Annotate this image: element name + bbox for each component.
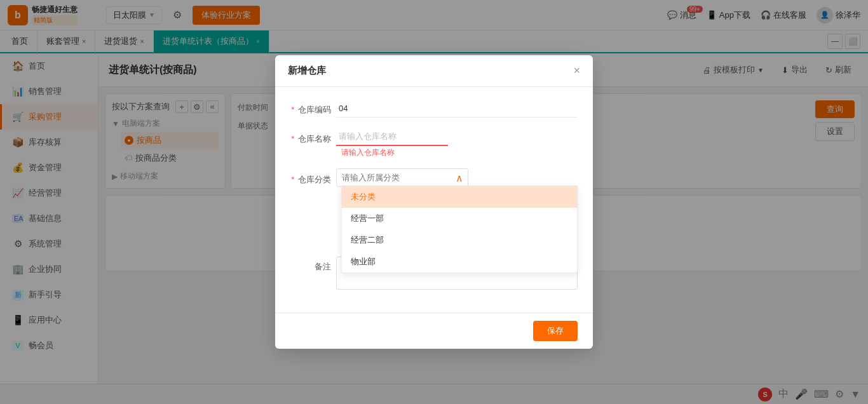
dropdown-item-property[interactable]: 物业部 [342, 251, 577, 273]
category-label: * 仓库分类 [290, 170, 336, 185]
modal-header: 新增仓库 × [275, 55, 593, 87]
code-input[interactable] [336, 100, 578, 118]
note-label-text: 备注 [315, 262, 331, 271]
modal-close-button[interactable]: × [573, 64, 580, 77]
category-field-wrap: * 仓库分类 ∧ [290, 168, 468, 187]
modal-footer: 保存 [275, 313, 593, 349]
required-star-name: * [291, 134, 294, 144]
dropdown-item-dept1[interactable]: 经营一部 [342, 208, 577, 229]
code-label: * 仓库编码 [290, 100, 336, 116]
modal-body: * 仓库编码 * 仓库名称 请输入仓库名称 [275, 87, 593, 313]
modal-overlay[interactable]: 新增仓库 × * 仓库编码 * 仓库名称 [0, 0, 868, 404]
required-star-cat: * [291, 175, 294, 184]
category-row: * 仓库分类 ∧ 未分类 经营一部 经营二部 物业部 [290, 168, 578, 187]
name-label: * 仓库名称 [290, 129, 336, 145]
category-input[interactable] [336, 168, 468, 187]
note-label: 备注 [290, 257, 336, 273]
code-label-text: 仓库编码 [298, 105, 331, 114]
code-row: * 仓库编码 [290, 100, 578, 118]
category-select-wrap: ∧ [336, 168, 468, 187]
name-label-text: 仓库名称 [298, 134, 331, 144]
add-warehouse-modal: 新增仓库 × * 仓库编码 * 仓库名称 [275, 55, 593, 349]
name-error-msg: 请输入仓库名称 [290, 147, 395, 158]
category-label-text: 仓库分类 [298, 175, 331, 184]
category-dropdown: 未分类 经营一部 经营二部 物业部 [341, 185, 578, 273]
save-button[interactable]: 保存 [533, 321, 578, 341]
modal-title: 新增仓库 [288, 65, 326, 77]
dropdown-item-unclassified[interactable]: 未分类 [342, 186, 577, 208]
name-row: * 仓库名称 请输入仓库名称 [290, 128, 578, 158]
required-star: * [291, 105, 294, 114]
name-field-wrap: * 仓库名称 [290, 128, 448, 146]
name-input[interactable] [336, 128, 448, 146]
dropdown-item-dept2[interactable]: 经营二部 [342, 229, 577, 251]
